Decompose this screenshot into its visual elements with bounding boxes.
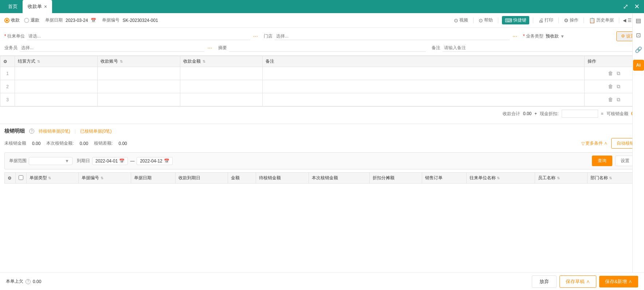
prev-icon[interactable]: ◀ bbox=[623, 18, 626, 23]
col-account-label: 收款账号 bbox=[101, 59, 118, 64]
history-label: 历史单据 bbox=[596, 17, 614, 23]
doc-date-group: 单据日期 2023-03-24 📅 bbox=[45, 17, 96, 23]
video-button[interactable]: ⊙ 视频 bbox=[452, 16, 470, 24]
discount-input[interactable] bbox=[562, 110, 598, 118]
prev-debt-value: 0.00 bbox=[33, 279, 41, 284]
summary-input[interactable] bbox=[229, 44, 426, 52]
sidebar-table-icon[interactable]: ▤ bbox=[634, 16, 643, 25]
radio-refund-dot bbox=[24, 18, 29, 23]
party-more-icon[interactable]: ··· bbox=[253, 33, 258, 40]
discard-button[interactable]: 放弃 bbox=[532, 275, 557, 288]
radio-refund-label: 退款 bbox=[31, 17, 39, 23]
range-select[interactable]: ▼ bbox=[29, 157, 72, 165]
total-label: 收款合计 bbox=[503, 111, 520, 117]
biz-type-value: 预收款 bbox=[546, 33, 559, 39]
prev-debt-info-icon[interactable]: ? bbox=[25, 279, 31, 284]
more-conditions-button[interactable]: ▽ 更多条件 ∧ bbox=[581, 140, 608, 146]
date-end-input[interactable]: 2022-04-12 📅 bbox=[137, 157, 172, 165]
tab-pending[interactable]: 待核销单据(0笔) bbox=[39, 128, 70, 134]
save-new-button[interactable]: 保存&新增 ∧ bbox=[599, 276, 638, 287]
sidebar-link-icon[interactable]: 🔗 bbox=[634, 45, 643, 54]
calendar-icon[interactable]: 📅 bbox=[91, 18, 96, 23]
radio-refund[interactable]: 退款 bbox=[24, 17, 39, 23]
date-start-calendar-icon[interactable]: 📅 bbox=[119, 158, 125, 164]
col-remark-header: 备注 bbox=[263, 56, 585, 67]
tab-done[interactable]: 已核销单据(0笔) bbox=[80, 128, 112, 134]
row3-amount[interactable] bbox=[180, 93, 263, 106]
verify-section: 核销明细 ? 待核销单据(0笔) | 已核销单据(0笔) 未核销金额 0.00 … bbox=[0, 124, 644, 187]
row2-remark[interactable] bbox=[263, 80, 585, 93]
remark-field-group: 备注 bbox=[432, 44, 640, 52]
maximize-icon[interactable]: ⤢ bbox=[621, 2, 630, 11]
tab-close-icon[interactable]: × bbox=[44, 4, 47, 9]
col-gear-header[interactable]: ⚙ bbox=[0, 56, 15, 67]
staff-more-icon[interactable]: ··· bbox=[207, 45, 212, 51]
close-window-icon[interactable]: ✕ bbox=[633, 2, 641, 11]
divider4 bbox=[558, 17, 559, 23]
row3-settlement[interactable] bbox=[15, 93, 98, 106]
row2-account[interactable] bbox=[97, 80, 180, 93]
biz-type-select[interactable]: 预收款 ▼ bbox=[546, 33, 614, 39]
form-section: 往来单位 ··· 门店 ··· 业务类型 预收款 ▼ ⚙ 设置 业务员 bbox=[0, 28, 644, 56]
shortcut-icon: ⌨ bbox=[505, 17, 512, 23]
row1-remark[interactable] bbox=[263, 67, 585, 80]
table-setting-button[interactable]: 设置 bbox=[615, 156, 635, 166]
range-select-arrow: ▼ bbox=[65, 158, 69, 164]
sidebar-ai-icon[interactable]: Ai bbox=[633, 60, 644, 71]
store-input[interactable] bbox=[275, 32, 510, 40]
date-start-input[interactable]: 2022-04-01 📅 bbox=[92, 157, 128, 165]
select-all-checkbox[interactable] bbox=[19, 175, 23, 180]
row1-settlement[interactable] bbox=[15, 67, 98, 80]
col-settlement-header: 结算方式 ⇅ bbox=[15, 56, 98, 67]
row3-copy-icon[interactable]: ⧉ bbox=[617, 97, 620, 102]
tab-home[interactable]: 首页 bbox=[3, 0, 23, 13]
row1-amount[interactable] bbox=[180, 67, 263, 80]
more-conditions-label: 更多条件 ∧ bbox=[585, 140, 608, 146]
biz-type-field-group: 业务类型 预收款 ▼ ⚙ 设置 bbox=[523, 31, 640, 41]
help-button[interactable]: ⊙ 帮助 bbox=[477, 16, 494, 24]
tab-divider: | bbox=[75, 129, 76, 134]
store-field-group: 门店 ··· bbox=[264, 32, 517, 40]
row1-copy-icon[interactable]: ⧉ bbox=[617, 70, 620, 76]
history-button[interactable]: 📋 历史单据 bbox=[588, 16, 615, 24]
doc-date-value[interactable]: 2023-03-24 bbox=[66, 18, 88, 23]
account-sort-icon: ⇅ bbox=[120, 59, 123, 63]
save-draft-button[interactable]: 保存草稿 ∧ bbox=[559, 275, 596, 288]
row2-settlement[interactable] bbox=[15, 80, 98, 93]
operate-button[interactable]: ⚙ 操作 bbox=[562, 16, 580, 24]
sidebar-grid-icon[interactable]: ⊡ bbox=[634, 31, 643, 39]
divider6 bbox=[619, 17, 619, 23]
row2-copy-icon[interactable]: ⧉ bbox=[617, 83, 620, 89]
video-label: 视频 bbox=[459, 17, 468, 23]
radio-receive[interactable]: 收款 bbox=[4, 17, 20, 23]
bottom-gear-header[interactable]: ⚙ bbox=[5, 173, 16, 184]
remark-input[interactable] bbox=[443, 44, 640, 52]
store-more-icon[interactable]: ··· bbox=[513, 33, 517, 40]
col-amount-header: 金额 bbox=[228, 173, 256, 184]
verify-info-icon[interactable]: ? bbox=[29, 129, 34, 134]
row3-remark[interactable] bbox=[263, 93, 585, 106]
row2-amount[interactable] bbox=[180, 80, 263, 93]
row1-delete-icon[interactable]: 🗑 bbox=[608, 70, 613, 76]
doc-num-value[interactable]: SK-20230324-001 bbox=[122, 18, 158, 23]
query-button[interactable]: 查询 bbox=[592, 156, 612, 166]
date-end-calendar-icon[interactable]: 📅 bbox=[164, 158, 169, 164]
row3-account[interactable] bbox=[97, 93, 180, 106]
row2-delete-icon[interactable]: 🗑 bbox=[608, 83, 613, 89]
tab-active[interactable]: 收款单 × bbox=[23, 0, 52, 13]
unverified-value: 0.00 bbox=[32, 141, 40, 146]
col-due-date-header: 收款到期日 bbox=[175, 173, 228, 184]
shortcut-button[interactable]: ⌨ 快捷键 bbox=[502, 16, 529, 24]
staff-input[interactable] bbox=[20, 44, 204, 52]
row1-account[interactable] bbox=[97, 67, 180, 80]
bottom-checkbox-header[interactable] bbox=[16, 173, 27, 184]
filter-row: 单据范围 ▼ 到期日 2022-04-01 📅 — 2022-04-12 📅 bbox=[4, 152, 640, 169]
row3-delete-icon[interactable]: 🗑 bbox=[608, 97, 613, 102]
col-party-header: 往来单位名称 ⇅ bbox=[467, 173, 535, 184]
toolbar-row: 收款 退款 单据日期 2023-03-24 📅 单据编号 SK-20230324… bbox=[0, 13, 644, 28]
print-button[interactable]: 🖨 打印 bbox=[537, 16, 555, 24]
list-icon[interactable]: ☰ bbox=[628, 18, 632, 23]
range-field: 单据范围 ▼ bbox=[9, 157, 72, 165]
party-input[interactable] bbox=[27, 32, 250, 40]
date-field: 到期日 2022-04-01 📅 — 2022-04-12 📅 bbox=[77, 157, 173, 165]
